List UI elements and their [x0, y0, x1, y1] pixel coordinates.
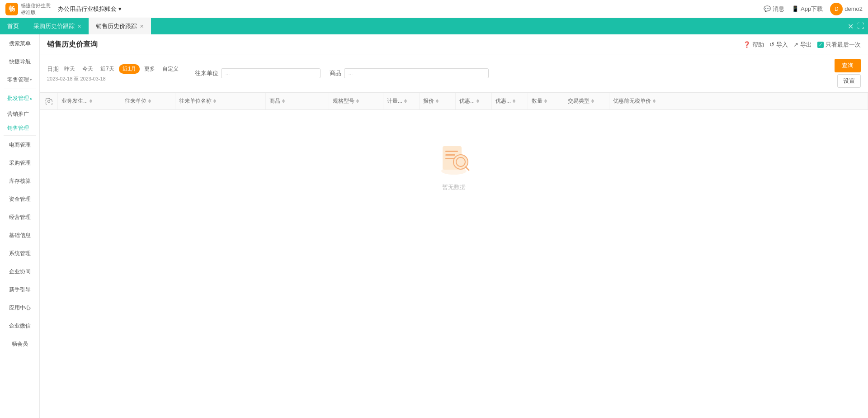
tab-sales-close[interactable]: ✕: [140, 24, 144, 29]
sidebar-item-newbie[interactable]: 新手引导: [0, 280, 39, 299]
sort-unit[interactable]: [404, 99, 407, 103]
sidebar-item-marketing[interactable]: 营销推广: [0, 107, 39, 121]
sort-goods[interactable]: [282, 99, 285, 103]
last-only-checkbox[interactable]: ✓ 只看最后一次: [817, 41, 861, 49]
sort-counterparty-name[interactable]: [213, 99, 216, 103]
sidebar-item-basic-info[interactable]: 基础信息: [0, 226, 39, 244]
date-tab-7days[interactable]: 近7天: [98, 64, 117, 74]
chevron-down-icon: ▾: [118, 5, 122, 12]
th-quantity[interactable]: 数量: [528, 93, 564, 109]
th-unit[interactable]: 计量...: [383, 93, 420, 109]
sort-spec[interactable]: [356, 99, 359, 103]
import-icon: ↺: [769, 41, 774, 48]
th-tax-price[interactable]: 优惠前无税单价: [609, 93, 868, 109]
th-goods[interactable]: 商品: [266, 93, 329, 109]
message-icon: 💬: [764, 5, 771, 12]
app-selector[interactable]: 办公用品行业模拟账套 ▾: [58, 5, 122, 13]
date-tab-more[interactable]: 更多: [142, 64, 158, 74]
date-range: 2023-02-18 至 2023-03-18: [47, 76, 181, 82]
filter-row: 日期 昨天 今天 近7天 近1月 更多 自定义 2023-02-18 至 202…: [40, 54, 868, 93]
counterparty-dots: ...: [225, 70, 230, 76]
date-tab-1month[interactable]: 近1月: [119, 64, 140, 74]
expand-window-icon[interactable]: ⛶: [857, 22, 864, 30]
sidebar-item-ecommerce[interactable]: 电商管理: [0, 136, 39, 154]
tab-purchase-close[interactable]: ✕: [77, 24, 81, 29]
th-discount2[interactable]: 优惠...: [492, 93, 528, 109]
tab-sales[interactable]: 销售历史价跟踪 ✕: [89, 18, 151, 34]
date-tab-custom[interactable]: 自定义: [160, 64, 181, 74]
sort-tax-price[interactable]: [653, 99, 656, 103]
import-btn[interactable]: ↺ 导入: [769, 41, 788, 49]
empty-text: 暂无数据: [442, 183, 466, 191]
sort-discount2[interactable]: [513, 99, 515, 103]
sidebar-item-operations[interactable]: 经营管理: [0, 208, 39, 226]
th-spec[interactable]: 规格型号: [329, 93, 383, 109]
export-btn[interactable]: ↗ 导出: [793, 41, 812, 49]
date-tabs: 昨天 今天 近7天 近1月 更多 自定义: [61, 64, 181, 74]
sidebar-item-wholesale-mgmt[interactable]: 批发管理 ▴: [0, 89, 39, 107]
query-button[interactable]: 查询: [835, 59, 861, 72]
th-discount1[interactable]: 优惠...: [456, 93, 492, 109]
user-menu[interactable]: D demo2: [830, 3, 863, 15]
sidebar-item-members[interactable]: 畅会员: [0, 335, 39, 353]
tab-bar: 首页 采购历史价跟踪 ✕ 销售历史价跟踪 ✕ ✕ ⛶: [0, 18, 868, 34]
date-tab-today[interactable]: 今天: [80, 64, 96, 74]
content-area: 销售历史价查询 ❓ 帮助 ↺ 导入 ↗ 导出 ✓: [40, 34, 868, 418]
logo-text: 畅捷信好生意 标准版: [21, 2, 51, 15]
date-tab-yesterday[interactable]: 昨天: [61, 64, 78, 74]
counterparty-label: 往来单位: [195, 69, 218, 77]
message-btn[interactable]: 💬 消息: [764, 5, 784, 13]
main-layout: 搜索菜单 快捷导航 零售管理 ▾ 批发管理 ▴ 营销推广 销售管理 电商管理 采…: [0, 34, 868, 418]
export-icon: ↗: [793, 41, 798, 48]
goods-label: 商品: [330, 69, 341, 77]
sidebar-item-purchase[interactable]: 采购管理: [0, 154, 39, 172]
goods-input[interactable]: ...: [344, 68, 489, 78]
th-counterparty[interactable]: 往来单位: [121, 93, 175, 109]
sort-counterparty[interactable]: [148, 99, 151, 103]
sidebar-item-retail-mgmt[interactable]: 零售管理 ▾: [0, 71, 39, 89]
th-business-date[interactable]: 业务发生...: [58, 93, 121, 109]
tab-purchase[interactable]: 采购历史价跟踪 ✕: [26, 18, 89, 34]
page-header: 销售历史价查询 ❓ 帮助 ↺ 导入 ↗ 导出 ✓: [40, 34, 868, 54]
settings-button[interactable]: 设置: [837, 74, 861, 88]
sidebar-item-search-menu[interactable]: 搜索菜单: [0, 34, 39, 52]
sort-business-date[interactable]: [90, 99, 92, 103]
help-icon: ❓: [743, 41, 750, 48]
th-counterparty-name[interactable]: 往来单位名称: [175, 93, 266, 109]
svg-point-0: [47, 100, 50, 102]
help-btn[interactable]: ❓ 帮助: [743, 41, 764, 49]
top-bar-right: 💬 消息 📱 App下载 D demo2: [764, 3, 863, 15]
logo-area: 畅 畅捷信好生意 标准版: [5, 2, 51, 15]
sort-discount1[interactable]: [476, 99, 479, 103]
th-trade-type[interactable]: 交易类型: [564, 93, 609, 109]
sidebar-item-quick-nav[interactable]: 快捷导航: [0, 52, 39, 71]
sort-trade-type[interactable]: [591, 99, 594, 103]
phone-icon: 📱: [792, 5, 799, 12]
sidebar-item-system[interactable]: 系统管理: [0, 244, 39, 262]
checkbox-icon: ✓: [817, 42, 824, 48]
app-download-btn[interactable]: 📱 App下载: [792, 5, 823, 13]
page-title: 销售历史价查询: [47, 40, 98, 49]
tab-home[interactable]: 首页: [0, 18, 26, 34]
tab-bar-actions: ✕ ⛶: [848, 22, 868, 31]
sidebar-item-corp-wechat[interactable]: 企业微信: [0, 317, 39, 335]
sidebar-item-sales-mgmt[interactable]: 销售管理: [0, 121, 39, 135]
logo-icon: 畅: [5, 3, 18, 15]
sidebar: 搜索菜单 快捷导航 零售管理 ▾ 批发管理 ▴ 营销推广 销售管理 电商管理 采…: [0, 34, 40, 418]
sidebar-item-capital[interactable]: 资金管理: [0, 190, 39, 208]
sort-quantity[interactable]: [544, 99, 547, 103]
table-container[interactable]: 业务发生... 往来单位 往来单位名称 商品 规格型号: [40, 93, 868, 418]
th-gear[interactable]: [40, 93, 58, 109]
sidebar-item-enterprise[interactable]: 企业协同: [0, 262, 39, 280]
svg-rect-3: [445, 151, 458, 152]
close-window-icon[interactable]: ✕: [848, 22, 854, 31]
date-label: 日期: [47, 65, 59, 73]
sidebar-item-inventory[interactable]: 库存核算: [0, 172, 39, 190]
sort-quote[interactable]: [436, 99, 439, 103]
th-quote[interactable]: 报价: [420, 93, 456, 109]
sidebar-item-app-center[interactable]: 应用中心: [0, 299, 39, 317]
svg-line-8: [466, 167, 469, 170]
chevron-up-icon: ▴: [30, 96, 32, 100]
counterparty-filter-group: 往来单位 ...: [195, 68, 321, 78]
counterparty-input[interactable]: ...: [221, 68, 321, 78]
